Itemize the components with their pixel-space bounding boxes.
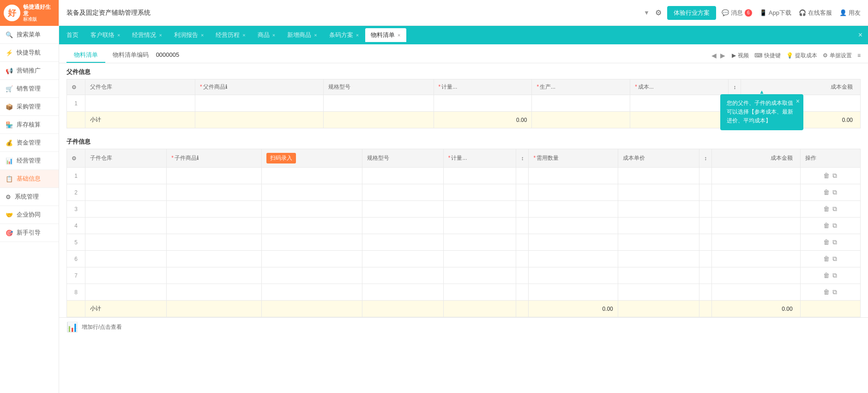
child-row-7-copy-icon[interactable]: ⧉ xyxy=(832,272,837,279)
app-download-action[interactable]: 📱 App下载 xyxy=(760,9,791,17)
parent-row-1-produce[interactable] xyxy=(532,95,630,112)
nav-prev-icon[interactable]: ◀ xyxy=(711,51,717,60)
child-row-8-copy-icon[interactable]: ⧉ xyxy=(832,288,837,296)
child-row-8-spec[interactable] xyxy=(362,284,443,301)
child-row-5-unit-cost[interactable] xyxy=(618,234,699,251)
child-row-7-warehouse[interactable] xyxy=(85,267,167,284)
child-row-6-copy-icon[interactable]: ⧉ xyxy=(832,255,837,263)
settings-icon[interactable]: ⚙ xyxy=(655,8,662,17)
list-view-icon[interactable]: ≡ xyxy=(857,52,861,59)
child-row-3-delete-icon[interactable]: 🗑 xyxy=(823,205,830,213)
child-row-7-unit-cost[interactable] xyxy=(618,267,699,284)
child-row-4-delete-icon[interactable]: 🗑 xyxy=(823,222,830,230)
child-row-2-spec[interactable] xyxy=(362,184,443,201)
child-row-4-unit-cost[interactable] xyxy=(618,218,699,234)
child-col-scan[interactable]: 扫码录入 xyxy=(262,149,362,168)
child-row-3-unit-cost[interactable] xyxy=(618,201,699,218)
message-action[interactable]: 💬 消息 6 xyxy=(722,9,752,17)
child-row-1-measure[interactable] xyxy=(443,168,516,184)
tab-new-goods-close[interactable]: × xyxy=(314,32,317,38)
child-row-8-unit-cost[interactable] xyxy=(618,284,699,301)
tab-bom[interactable]: 物料清单 × xyxy=(365,28,406,42)
sub-tab-bom-code[interactable]: 物料清单编码 0000005 xyxy=(105,48,187,63)
sidebar-item-operations[interactable]: 📊 经营管理 xyxy=(0,152,59,170)
child-col-settings[interactable]: ⚙ xyxy=(67,149,85,168)
child-row-5-goods[interactable] xyxy=(167,234,262,251)
tab-barcode[interactable]: 条码方案 × xyxy=(324,28,364,42)
child-row-1-copy-icon[interactable]: ⧉ xyxy=(832,172,837,180)
single-settings-action[interactable]: ⚙ 单据设置 xyxy=(823,52,852,60)
sidebar-item-system[interactable]: ⚙ 系统管理 xyxy=(0,188,59,206)
parent-col-settings[interactable]: ⚙ xyxy=(67,79,85,95)
child-row-8-goods[interactable] xyxy=(167,284,262,301)
sidebar-item-marketing[interactable]: 📢 营销推广 xyxy=(0,62,59,80)
child-row-4-warehouse[interactable] xyxy=(85,218,167,234)
child-row-8-warehouse[interactable] xyxy=(85,284,167,301)
child-row-8-delete-icon[interactable]: 🗑 xyxy=(823,288,830,296)
dropdown-icon[interactable]: ▼ xyxy=(644,9,650,16)
sidebar-item-enterprise[interactable]: 🤝 企业协同 xyxy=(0,206,59,224)
child-row-4-spec[interactable] xyxy=(362,218,443,234)
tab-history-close[interactable]: × xyxy=(242,32,245,38)
tab-home[interactable]: 首页 xyxy=(61,28,84,42)
child-row-1-warehouse[interactable] xyxy=(85,168,167,184)
tab-profit[interactable]: 利润报告 × xyxy=(169,28,209,42)
child-row-7-delete-icon[interactable]: 🗑 xyxy=(823,272,830,279)
sidebar-item-inventory[interactable]: 🏪 库存核算 xyxy=(0,116,59,134)
tab-bom-close[interactable]: × xyxy=(398,32,400,38)
parent-row-1-goods[interactable] xyxy=(195,95,324,112)
child-row-6-unit-cost[interactable] xyxy=(618,251,699,267)
child-row-6-warehouse[interactable] xyxy=(85,251,167,267)
tab-history[interactable]: 经营历程 × xyxy=(210,28,251,42)
child-row-1-delete-icon[interactable]: 🗑 xyxy=(823,172,830,180)
tab-profit-close[interactable]: × xyxy=(201,32,204,38)
child-row-5-copy-icon[interactable]: ⧉ xyxy=(832,238,837,246)
tab-customer-close[interactable]: × xyxy=(117,32,120,38)
child-row-1-goods[interactable] xyxy=(167,168,262,184)
child-row-5-warehouse[interactable] xyxy=(85,234,167,251)
child-row-6-quantity[interactable] xyxy=(529,251,618,267)
child-row-2-delete-icon[interactable]: 🗑 xyxy=(823,188,830,196)
child-row-3-spec[interactable] xyxy=(362,201,443,218)
child-row-1-unit-cost[interactable] xyxy=(618,168,699,184)
add-row-icon[interactable]: 📊 xyxy=(66,321,78,333)
sidebar-item-purchase[interactable]: 📦 采购管理 xyxy=(0,98,59,116)
child-row-7-spec[interactable] xyxy=(362,267,443,284)
child-row-2-copy-icon[interactable]: ⧉ xyxy=(832,188,837,196)
sidebar-item-sales[interactable]: 🛒 销售管理 xyxy=(0,80,59,98)
tab-operations-status[interactable]: 经营情况 × xyxy=(127,28,167,42)
child-row-6-goods[interactable] xyxy=(167,251,262,267)
child-row-6-spec[interactable] xyxy=(362,251,443,267)
child-row-3-quantity[interactable] xyxy=(529,201,618,218)
child-row-1-quantity[interactable] xyxy=(529,168,618,184)
sidebar-item-finance[interactable]: 💰 资金管理 xyxy=(0,134,59,152)
child-row-3-measure[interactable] xyxy=(443,201,516,218)
child-row-5-spec[interactable] xyxy=(362,234,443,251)
parent-row-1-measure[interactable] xyxy=(434,95,532,112)
tab-goods-close[interactable]: × xyxy=(272,32,275,38)
child-row-2-measure[interactable] xyxy=(443,184,516,201)
sub-tab-bom-list[interactable]: 物料清单 xyxy=(66,48,105,63)
child-row-2-goods[interactable] xyxy=(167,184,262,201)
child-row-4-measure[interactable] xyxy=(443,218,516,234)
child-row-4-copy-icon[interactable]: ⧉ xyxy=(832,222,837,230)
nav-next-icon[interactable]: ▶ xyxy=(719,51,726,60)
scan-button[interactable]: 扫码录入 xyxy=(266,153,296,163)
tab-goods[interactable]: 商品 × xyxy=(252,28,281,42)
sidebar-item-guide[interactable]: 🎯 新手引导 xyxy=(0,224,59,242)
child-row-8-quantity[interactable] xyxy=(529,284,618,301)
child-row-8-measure[interactable] xyxy=(443,284,516,301)
child-row-4-goods[interactable] xyxy=(167,218,262,234)
child-row-7-quantity[interactable] xyxy=(529,267,618,284)
tab-customer[interactable]: 客户联络 × xyxy=(85,28,126,42)
parent-row-1-spec[interactable] xyxy=(324,95,434,112)
child-row-3-copy-icon[interactable]: ⧉ xyxy=(832,205,837,213)
tab-operations-close[interactable]: × xyxy=(159,32,162,38)
child-row-3-warehouse[interactable] xyxy=(85,201,167,218)
child-row-4-quantity[interactable] xyxy=(529,218,618,234)
nav-close-all[interactable]: × xyxy=(855,31,866,39)
child-row-2-warehouse[interactable] xyxy=(85,184,167,201)
child-row-2-unit-cost[interactable] xyxy=(618,184,699,201)
child-row-5-quantity[interactable] xyxy=(529,234,618,251)
sidebar-item-basic-info[interactable]: 📋 基础信息 xyxy=(0,170,59,188)
